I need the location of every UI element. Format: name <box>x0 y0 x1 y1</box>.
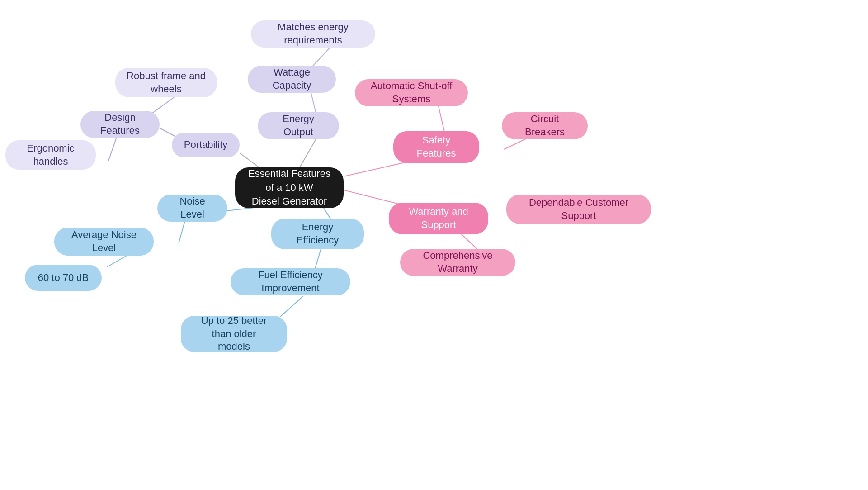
noise-level-node: Noise Level <box>157 195 227 222</box>
ergonomic-handles-node: Ergonomic handles <box>5 140 96 170</box>
noise-level-label: Noise Level <box>167 195 217 221</box>
circuit-breakers-node: Circuit Breakers <box>502 112 588 139</box>
energy-efficiency-node: Energy Efficiency <box>271 219 364 249</box>
dependable-support-label: Dependable Customer Support <box>516 196 641 222</box>
up-to-25-node: Up to 25 better than older models <box>181 316 287 352</box>
svg-line-10 <box>311 48 330 68</box>
wattage-capacity-label: Wattage Capacity <box>258 66 326 92</box>
comprehensive-warranty-label: Comprehensive Warranty <box>410 249 505 275</box>
energy-efficiency-label: Energy Efficiency <box>281 221 354 247</box>
auto-shutoff-label: Automatic Shut-off Systems <box>365 80 458 105</box>
robust-frame-node: Robust frame and wheels <box>115 68 217 97</box>
matches-energy-node: Matches energy requirements <box>251 20 375 48</box>
safety-features-node: Safety Features <box>393 131 479 163</box>
fuel-efficiency-label: Fuel Efficiency Improvement <box>241 269 340 295</box>
matches-energy-label: Matches energy requirements <box>261 21 365 47</box>
sixty-to-70-label: 60 to 70 dB <box>38 271 89 285</box>
svg-line-16 <box>280 296 303 317</box>
design-features-label: Design Features <box>90 111 150 137</box>
warranty-support-node: Warranty and Support <box>389 203 488 234</box>
robust-frame-label: Robust frame and wheels <box>125 70 207 95</box>
sixty-to-70-node: 60 to 70 dB <box>25 265 102 291</box>
design-features-node: Design Features <box>80 111 160 138</box>
auto-shutoff-node: Automatic Shut-off Systems <box>355 79 468 106</box>
portability-label: Portability <box>184 138 228 152</box>
svg-line-18 <box>107 256 127 267</box>
center-node: Essential Features of a 10 kW Diesel Gen… <box>235 167 344 208</box>
ergonomic-handles-label: Ergonomic handles <box>15 142 86 168</box>
dependable-support-node: Dependable Customer Support <box>506 195 651 224</box>
fuel-efficiency-node: Fuel Efficiency Improvement <box>231 268 350 295</box>
up-to-25-label: Up to 25 better than older models <box>191 314 277 353</box>
warranty-support-label: Warranty and Support <box>399 205 478 231</box>
portability-node: Portability <box>172 133 240 157</box>
circuit-breakers-label: Circuit Breakers <box>512 113 578 138</box>
energy-output-label: Energy Output <box>268 113 329 138</box>
center-label: Essential Features of a 10 kW Diesel Gen… <box>245 167 334 209</box>
energy-output-node: Energy Output <box>258 112 339 139</box>
comprehensive-warranty-node: Comprehensive Warranty <box>400 249 515 276</box>
average-noise-node: Average Noise Level <box>54 228 154 256</box>
wattage-capacity-node: Wattage Capacity <box>248 66 336 93</box>
svg-line-14 <box>460 233 479 251</box>
safety-features-label: Safety Features <box>403 134 469 160</box>
average-noise-label: Average Noise Level <box>64 228 144 254</box>
